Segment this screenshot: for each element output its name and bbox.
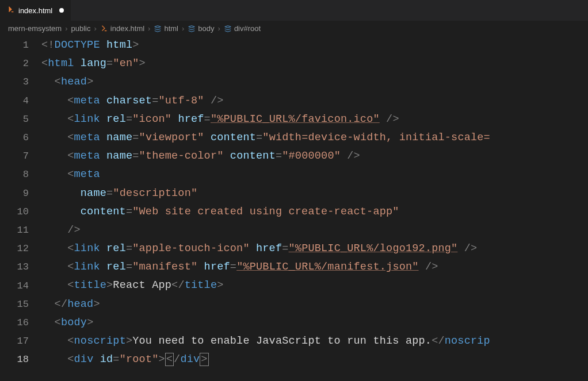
code-line[interactable]: <link rel="manifest" href="%PUBLIC_URL%/… xyxy=(41,258,588,276)
breadcrumb-label: mern-emsystem xyxy=(8,24,62,33)
line-number: 6 xyxy=(0,129,29,147)
code-line[interactable]: <meta xyxy=(41,166,588,184)
code-content[interactable]: <!DOCTYPE html><html lang="en"> <head> <… xyxy=(41,36,588,379)
code-line[interactable]: <meta name="viewport" content="width=dev… xyxy=(41,129,588,147)
line-number: 11 xyxy=(0,221,29,240)
code-line[interactable]: <head> xyxy=(41,73,588,91)
code-line[interactable]: <link rel="icon" href="%PUBLIC_URL%/favi… xyxy=(41,110,588,129)
line-number: 10 xyxy=(0,203,29,221)
code-line[interactable]: <noscript>You need to enable JavaScript … xyxy=(41,332,588,351)
code-line[interactable]: <meta charset="utf-8" /> xyxy=(41,92,588,110)
breadcrumb-label: index.html xyxy=(110,24,144,33)
chevron-right-icon: › xyxy=(218,24,220,33)
file-html-icon xyxy=(100,25,108,33)
file-html-icon xyxy=(7,6,15,16)
line-number: 15 xyxy=(0,295,29,314)
code-line[interactable]: <html lang="en"> xyxy=(41,55,588,73)
chevron-right-icon: › xyxy=(148,24,150,33)
line-number: 1 xyxy=(0,36,29,55)
breadcrumb-item[interactable]: mern-emsystem xyxy=(8,24,62,33)
line-number-gutter: 123456789101112131415161718 xyxy=(0,36,41,379)
chevron-right-icon: › xyxy=(94,24,97,33)
line-number: 3 xyxy=(0,73,29,91)
breadcrumb-item[interactable]: html xyxy=(154,24,178,33)
line-number: 4 xyxy=(0,92,29,110)
line-number: 17 xyxy=(0,332,29,351)
line-number: 18 xyxy=(0,351,29,369)
breadcrumb-label: div#root xyxy=(234,24,261,33)
breadcrumb-item[interactable]: body xyxy=(188,24,214,33)
symbol-icon xyxy=(224,25,232,33)
symbol-icon xyxy=(188,25,196,33)
code-line[interactable]: <meta name="theme-color" content="#00000… xyxy=(41,147,588,166)
code-line[interactable]: </head> xyxy=(41,295,588,314)
tab-label: index.html xyxy=(18,6,52,15)
code-editor[interactable]: 123456789101112131415161718 <!DOCTYPE ht… xyxy=(0,36,588,379)
chevron-right-icon: › xyxy=(65,24,67,33)
line-number: 16 xyxy=(0,314,29,332)
tab-index-html[interactable]: index.html xyxy=(0,0,71,21)
symbol-icon xyxy=(154,25,162,33)
line-number: 8 xyxy=(0,166,29,184)
code-line[interactable]: <div id="root"></div> xyxy=(41,351,588,369)
line-number: 5 xyxy=(0,110,29,129)
tab-bar: index.html xyxy=(0,0,588,21)
code-line[interactable]: /> xyxy=(41,221,588,240)
breadcrumb-label: html xyxy=(164,24,178,33)
code-line[interactable]: <body> xyxy=(41,314,588,332)
line-number: 14 xyxy=(0,277,29,295)
line-number: 13 xyxy=(0,258,29,276)
line-number: 2 xyxy=(0,55,29,73)
breadcrumb-label: public xyxy=(71,24,91,33)
breadcrumb-item[interactable]: public xyxy=(71,24,91,33)
line-number: 9 xyxy=(0,184,29,203)
line-number: 7 xyxy=(0,147,29,166)
breadcrumb-label: body xyxy=(198,24,214,33)
chevron-right-icon: › xyxy=(182,24,184,33)
breadcrumb-item[interactable]: index.html xyxy=(100,24,144,33)
breadcrumb: mern-emsystem › public › index.html › ht… xyxy=(0,21,588,36)
code-line[interactable]: <link rel="apple-touch-icon" href="%PUBL… xyxy=(41,240,588,258)
code-line[interactable]: <title>React App</title> xyxy=(41,276,588,295)
code-line[interactable]: name="description" xyxy=(41,184,588,203)
code-line[interactable]: <!DOCTYPE html> xyxy=(41,36,588,55)
code-line[interactable]: content="Web site created using create-r… xyxy=(41,203,588,221)
line-number: 12 xyxy=(0,240,29,258)
breadcrumb-item[interactable]: div#root xyxy=(224,24,261,33)
dirty-indicator-icon xyxy=(59,8,64,13)
